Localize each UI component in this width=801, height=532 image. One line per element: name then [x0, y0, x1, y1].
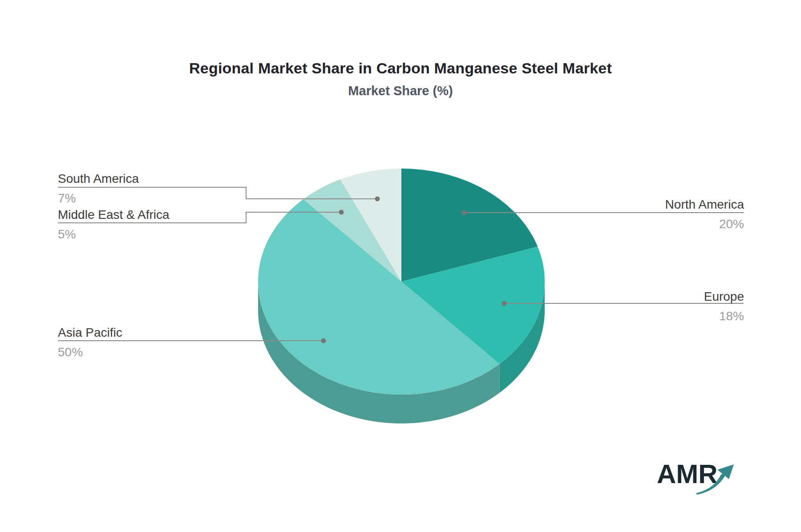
callout-dot-asia-pacific: [321, 339, 326, 343]
slice-label: Asia Pacific: [58, 325, 122, 341]
callout-dot-north-america: [462, 210, 467, 215]
slice-value: 20%: [665, 216, 744, 232]
callout-dot-europe: [502, 301, 507, 306]
amr-logo: AMR: [657, 461, 741, 501]
slice-label: North America: [665, 197, 744, 213]
growth-arrow-icon: [691, 461, 740, 498]
callout-north-america: North America 20%: [665, 197, 744, 232]
callout-south-america: South America 7%: [58, 171, 139, 206]
callout-europe: Europe 18%: [704, 289, 744, 324]
callout-dot-south-america: [375, 197, 380, 202]
pie-chart-canvas: [0, 0, 801, 532]
callout-dot-middle-east-africa: [339, 210, 344, 215]
callout-asia-pacific: Asia Pacific 50%: [58, 325, 122, 360]
slice-label: South America: [58, 171, 139, 187]
slice-value: 7%: [58, 190, 139, 206]
slice-label: Middle East & Africa: [58, 207, 170, 223]
slice-label: Europe: [704, 289, 744, 305]
slice-value: 5%: [58, 226, 170, 242]
callout-middle-east-africa: Middle East & Africa 5%: [58, 207, 170, 242]
slice-value: 50%: [58, 344, 122, 360]
slice-value: 18%: [704, 308, 744, 324]
chart-page: Regional Market Share in Carbon Manganes…: [0, 0, 801, 532]
